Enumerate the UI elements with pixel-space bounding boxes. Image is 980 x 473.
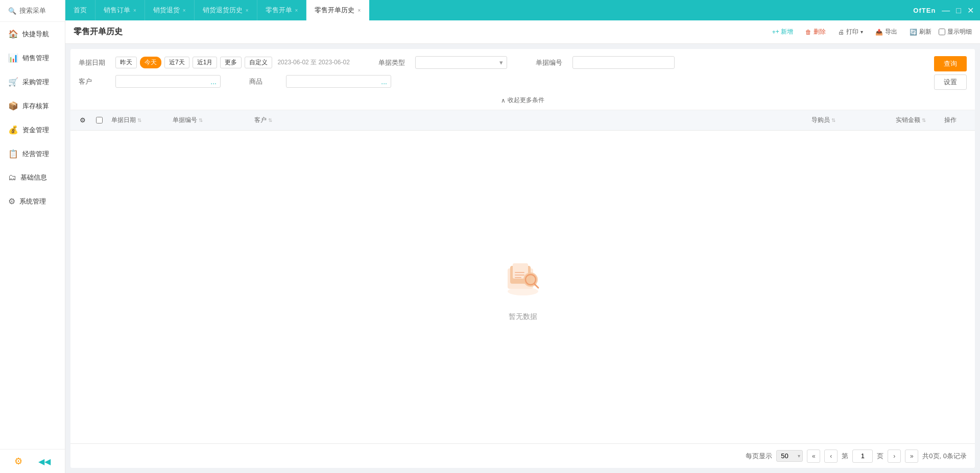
tab-sales-order-close[interactable]: × — [133, 8, 136, 13]
refresh-button[interactable]: 🔄 刷新 — [904, 24, 937, 39]
date-btn-1month[interactable]: 近1月 — [193, 57, 218, 68]
print-button[interactable]: 🖨 打印 ▾ — [833, 24, 868, 39]
chevron-up-icon: ∧ — [501, 97, 506, 104]
select-all-checkbox[interactable] — [96, 117, 103, 123]
trash-icon: 🗑 — [805, 29, 811, 36]
date-btn-yesterday[interactable]: 昨天 — [115, 57, 137, 68]
content-area: 单据日期 昨天 今天 近7天 近1月 更多 自定义 2023-06-02 至 2… — [70, 49, 975, 468]
cart-icon: 🛒 — [8, 77, 18, 87]
date-btn-today[interactable]: 今天 — [140, 57, 161, 68]
tab-sales-order[interactable]: 销售订单 × — [95, 0, 145, 20]
display-detail-checkbox[interactable] — [939, 29, 945, 35]
sidebar-item-label: 库存核算 — [22, 102, 49, 111]
filter-settings-button[interactable]: 设置 — [934, 74, 967, 90]
table-settings-icon[interactable]: ⚙ — [75, 116, 91, 124]
add-button[interactable]: + + 新增 — [767, 24, 798, 39]
page-size-select[interactable]: 50 10 20 100 — [776, 450, 803, 462]
query-buttons: 查询 设置 — [934, 56, 967, 90]
th-ops-label: 操作 — [944, 116, 957, 125]
sidebar-item-operations[interactable]: 📋 经营管理 — [0, 142, 65, 166]
pagination: 每页显示 50 10 20 100 « ‹ 第 页 › » 共0页, 0条记录 — [70, 443, 975, 468]
number-input[interactable] — [572, 56, 675, 69]
date-btn-custom[interactable]: 自定义 — [245, 57, 272, 68]
tab-sales-return[interactable]: 销货退货 × — [145, 0, 195, 20]
sidebar-item-finance[interactable]: 💰 资金管理 — [0, 118, 65, 142]
type-select[interactable] — [415, 56, 507, 69]
settings-bottom-icon[interactable]: ⚙ — [14, 456, 22, 467]
date-btn-more[interactable]: 更多 — [220, 57, 242, 68]
th-date[interactable]: 单据日期 ⇅ — [107, 116, 169, 125]
sidebar-item-label: 资金管理 — [22, 126, 49, 135]
sidebar-item-purchase-mgmt[interactable]: 🛒 采购管理 — [0, 70, 65, 94]
date-shortcuts: 昨天 今天 近7天 近1月 更多 自定义 2023-06-02 至 2023-0… — [115, 57, 350, 68]
svg-line-6 — [535, 284, 538, 288]
tab-retail-open-history[interactable]: 零售开单历史 × — [306, 0, 369, 20]
tab-retail-open-close[interactable]: × — [295, 8, 298, 13]
display-detail-toggle[interactable]: 显示明细 — [939, 28, 972, 36]
product-input[interactable] — [286, 75, 391, 88]
page-number-input[interactable] — [852, 450, 873, 463]
sidebar-search[interactable]: 🔍 搜索采单 — [0, 0, 65, 22]
sidebar-item-quick-nav[interactable]: 🏠 快捷导航 — [0, 22, 65, 46]
client-select-icon[interactable]: ... — [210, 78, 217, 86]
number-label: 单据编号 — [536, 58, 564, 67]
query-button[interactable]: 查询 — [934, 56, 967, 71]
folder-icon: 🗂 — [8, 173, 16, 182]
sidebar-item-label: 基础信息 — [20, 173, 47, 182]
sidebar-search-label: 搜索采单 — [19, 6, 46, 15]
chart-icon: 📊 — [8, 53, 18, 63]
window-min-btn[interactable]: — — [942, 6, 950, 15]
window-max-btn[interactable]: □ — [956, 6, 961, 15]
sidebar-item-label: 快捷导航 — [22, 30, 49, 39]
tab-sales-return-history-close[interactable]: × — [246, 8, 249, 13]
sidebar-item-base-info[interactable]: 🗂 基础信息 — [0, 166, 65, 189]
table-header: ⚙ 单据日期 ⇅ 单据编号 ⇅ 客户 ⇅ 导购员 — [70, 110, 975, 131]
window-close-btn[interactable]: ✕ — [967, 6, 974, 15]
th-number[interactable]: 单据编号 ⇅ — [169, 116, 250, 125]
filter-area: 单据日期 昨天 今天 近7天 近1月 更多 自定义 2023-06-02 至 2… — [70, 49, 975, 110]
operations-icon: 📋 — [8, 149, 18, 159]
tab-sales-return-close[interactable]: × — [183, 8, 186, 13]
tab-home[interactable]: 首页 — [65, 0, 95, 20]
th-client[interactable]: 客户 ⇅ — [250, 116, 807, 125]
tab-sales-return-history[interactable]: 销货退货历史 × — [195, 0, 257, 20]
display-detail-label: 显示明细 — [947, 28, 972, 36]
sidebar-item-sys-mgmt[interactable]: ⚙ 系统管理 — [0, 189, 65, 213]
empty-text: 暂无数据 — [509, 312, 537, 321]
last-page-btn[interactable]: » — [905, 450, 918, 463]
tab-sales-order-label: 销售订单 — [104, 6, 130, 15]
tab-retail-open[interactable]: 零售开单 × — [257, 0, 307, 20]
toolbar: 零售开单历史 + + 新增 🗑 删除 🖨 打印 ▾ 📤 导出 🔄 刷新 — [65, 20, 980, 44]
export-button[interactable]: 📤 导出 — [870, 24, 902, 39]
prev-page-btn[interactable]: ‹ — [824, 450, 838, 463]
th-guide[interactable]: 导购员 ⇅ — [807, 116, 869, 125]
date-range-text: 2023-06-02 至 2023-06-02 — [277, 58, 349, 67]
th-amount[interactable]: 实销金额 ⇅ — [869, 116, 930, 125]
table-select-all[interactable] — [91, 117, 107, 123]
sidebar-item-inventory[interactable]: 📦 库存核算 — [0, 94, 65, 118]
brand-label: OfTEn — [913, 7, 936, 14]
page-word: 第 — [842, 452, 848, 461]
th-amount-label: 实销金额 — [896, 116, 920, 125]
collapse-button[interactable]: ∧ 收起更多条件 — [79, 94, 967, 110]
next-page-btn[interactable]: › — [888, 450, 901, 463]
tab-retail-open-history-close[interactable]: × — [357, 8, 361, 13]
date-btn-7days[interactable]: 近7天 — [164, 57, 189, 68]
th-number-label: 单据编号 — [173, 116, 197, 125]
delete-button[interactable]: 🗑 删除 — [800, 24, 831, 39]
product-select-icon[interactable]: ... — [381, 78, 387, 86]
page-size-select-wrap: 50 10 20 100 — [776, 450, 803, 462]
date-label: 单据日期 — [79, 58, 107, 67]
refresh-label: 刷新 — [919, 28, 931, 36]
product-label: 商品 — [249, 77, 278, 86]
page-label: 页 — [877, 452, 883, 461]
first-page-btn[interactable]: « — [807, 450, 820, 463]
sidebar-bottom: ⚙ ◀◀ — [0, 449, 65, 473]
delete-label: 删除 — [814, 28, 826, 36]
export-icon: 📤 — [875, 29, 883, 36]
collapse-icon[interactable]: ◀◀ — [38, 457, 51, 466]
sidebar-item-label: 系统管理 — [19, 197, 46, 206]
client-input[interactable] — [115, 75, 221, 88]
th-ops: 操作 — [930, 116, 971, 125]
sidebar-item-sales-mgmt[interactable]: 📊 销售管理 — [0, 46, 65, 70]
